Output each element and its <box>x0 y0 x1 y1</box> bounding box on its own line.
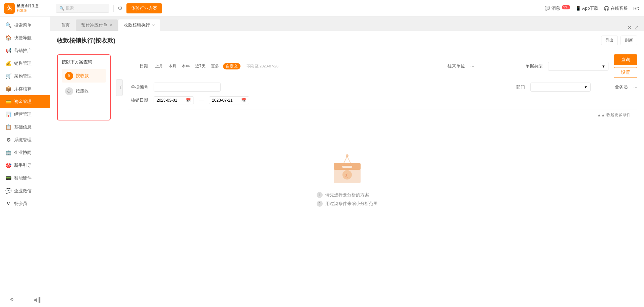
collection-icon: ¥ <box>65 72 73 80</box>
topbar-gear-icon[interactable]: ⚙ <box>118 5 122 11</box>
department-select[interactable]: ▾ <box>530 83 591 92</box>
basic-info-icon: 📋 <box>5 124 11 130</box>
sidebar-item-marketing[interactable]: 📢 营销推广 <box>0 44 50 57</box>
date-this-month[interactable]: 本月 <box>167 63 178 70</box>
tab-collection-close[interactable]: ✕ <box>152 23 155 28</box>
query-btn[interactable]: 查询 <box>614 54 637 65</box>
filter-row-3: 核销日期 2023-03-01 📅 — 2023-07-21 📅 <box>128 96 637 104</box>
collapse-filter-btn[interactable]: 《 <box>116 79 123 96</box>
receivable-icon: ⏱ <box>65 87 73 95</box>
setting-btn[interactable]: 设置 <box>614 67 637 78</box>
bill-number-input[interactable] <box>154 83 221 92</box>
topbar-search-placeholder: 搜索 <box>66 5 74 11</box>
page-actions: 导出 刷新 <box>601 36 637 45</box>
sidebar-item-search[interactable]: 🔍 搜索菜单 <box>0 19 50 32</box>
tab-collection[interactable]: 收款核销执行 ✕ <box>118 19 160 31</box>
marketing-icon: 📢 <box>5 48 11 54</box>
collapse-sidebar-btn[interactable]: ◀▐ <box>31 295 42 304</box>
calendar-icon: 📅 <box>186 98 191 103</box>
sidebar-item-finance[interactable]: 💳 资金管理 <box>0 95 50 108</box>
svg-point-7 <box>346 154 348 157</box>
sidebar: 兔 畅捷通好生意 标准版 🔍 搜索菜单 🏠 快捷导航 📢 营销推广 💰 销售管理… <box>0 0 50 307</box>
sidebar-item-enterprise[interactable]: 🏢 企业协同 <box>0 146 50 159</box>
main-area: 🔍 搜索 ⚙ 体验行业方案 💬 消息 99+ 📱 App下载 🎧 在线客服 Ri… <box>50 0 644 307</box>
page-content: 收款核销执行(按收款) 导出 刷新 按以下方案查询 ¥ 按收款 ⏱ <box>50 31 644 307</box>
export-btn[interactable]: 导出 <box>601 36 618 45</box>
sidebar-bottom: ⚙ ◀▐ <box>0 292 50 307</box>
message-badge: 99+ <box>562 5 570 9</box>
date-custom-badge[interactable]: 自定义 <box>223 63 240 69</box>
inventory-icon: 📦 <box>5 86 11 92</box>
date-7days[interactable]: 近7天 <box>194 63 207 70</box>
collapse-chevron-up: ▲▲ <box>597 113 605 117</box>
logo-sub: 标准版 <box>17 8 39 13</box>
topbar-divider <box>113 5 114 12</box>
verify-date-start-input[interactable]: 2023-03-01 📅 <box>154 96 194 104</box>
filter-sidebar: 按以下方案查询 ¥ 按收款 ⏱ 按应收 <box>57 54 111 120</box>
tab-prepay[interactable]: 预付冲应付单 ✕ <box>76 19 118 31</box>
sales-icon: 💰 <box>5 60 11 66</box>
filter-row-2: 单据编号 部门 ▾ 业务员 ··· <box>128 83 637 92</box>
page-inner: 收款核销执行(按收款) 导出 刷新 按以下方案查询 ¥ 按收款 ⏱ <box>50 31 644 307</box>
close-tab-icon[interactable]: ✕ <box>627 24 632 31</box>
user-name[interactable]: Rit <box>633 6 639 11</box>
purchase-icon: 🛒 <box>5 73 11 79</box>
date-shortcut-group: 上月 本月 本年 近7天 更多 自定义 不限 至 2023-07-26 <box>154 63 278 70</box>
app-download-btn[interactable]: 📱 App下载 <box>576 5 598 11</box>
sidebar-menu: 🔍 搜索菜单 🏠 快捷导航 📢 营销推广 💰 销售管理 🛒 采购管理 📦 库存核… <box>0 17 50 292</box>
collapse-more-area: ▲▲ 收起更多条件 <box>128 109 637 120</box>
refresh-btn[interactable]: 刷新 <box>621 36 637 45</box>
online-service-btn[interactable]: 🎧 在线客服 <box>604 5 628 11</box>
topbar: 🔍 搜索 ⚙ 体验行业方案 💬 消息 99+ 📱 App下载 🎧 在线客服 Ri… <box>50 0 644 17</box>
collapse-more-btn[interactable]: ▲▲ 收起更多条件 <box>597 112 631 118</box>
settings-bottom-btn[interactable]: ⚙ <box>8 295 16 304</box>
maximize-icon[interactable]: ⤢ <box>634 24 639 31</box>
filter-by-collection[interactable]: ¥ 按收款 <box>62 69 106 83</box>
trial-industry-btn[interactable]: 体验行业方案 <box>126 3 162 13</box>
date-last-month[interactable]: 上月 <box>154 63 164 70</box>
empty-tip-1: 1 请先选择要分析的方案 <box>317 192 378 198</box>
logo-text: 畅捷通好生意 <box>17 3 39 8</box>
search-menu-icon: 🔍 <box>5 22 11 28</box>
sidebar-item-wechat[interactable]: 💬 企业微信 <box>0 185 50 197</box>
hardware-icon: 📟 <box>5 175 11 181</box>
sidebar-item-management[interactable]: 📊 经营管理 <box>0 108 50 121</box>
sidebar-item-sales[interactable]: 💰 销售管理 <box>0 57 50 70</box>
tab-prepay-close[interactable]: ✕ <box>109 23 112 28</box>
filter-area: 按以下方案查询 ¥ 按收款 ⏱ 按应收 《 日期 <box>50 49 644 126</box>
sidebar-item-hardware[interactable]: 📟 智能硬件 <box>0 172 50 185</box>
message-btn[interactable]: 💬 消息 99+ <box>545 5 570 11</box>
topbar-search[interactable]: 🔍 搜索 <box>56 4 109 13</box>
sidebar-item-guide[interactable]: 🎯 新手引导 <box>0 159 50 172</box>
sidebar-item-inventory[interactable]: 📦 库存核算 <box>0 83 50 95</box>
date-more[interactable]: 更多 <box>210 63 220 70</box>
sidebar-item-purchase[interactable]: 🛒 采购管理 <box>0 70 50 83</box>
management-icon: 📊 <box>5 111 11 117</box>
finance-icon: 💳 <box>5 99 11 105</box>
calendar-icon-end: 📅 <box>241 98 246 103</box>
wechat-icon: 💬 <box>5 188 11 194</box>
empty-tip-2: 2 用过滤条件来缩小分析范围 <box>317 201 378 207</box>
tab-home[interactable]: 首页 <box>56 19 75 31</box>
verify-date-label: 核销日期 <box>128 97 148 103</box>
tabbar: 首页 预付冲应付单 ✕ 收款核销执行 ✕ ✕ ⤢ <box>50 17 644 31</box>
counterpart-dots: ··· <box>470 63 474 69</box>
svg-rect-2 <box>342 166 352 168</box>
empty-tips: 1 请先选择要分析的方案 2 用过滤条件来缩小分析范围 <box>317 192 378 207</box>
verify-date-end-input[interactable]: 2023-07-21 📅 <box>209 96 249 104</box>
counterpart-label: 往来单位 <box>447 63 465 69</box>
page-title: 收款核销执行(按收款) <box>57 37 115 45</box>
svg-line-5 <box>344 156 347 163</box>
logo-icon: 兔 <box>4 3 15 14</box>
sidebar-item-basic-info[interactable]: 📋 基础信息 <box>0 121 50 134</box>
date-this-year[interactable]: 本年 <box>180 63 191 70</box>
system-icon: ⚙ <box>5 137 11 143</box>
bill-type-select[interactable]: ▾ <box>548 62 608 71</box>
sidebar-item-system[interactable]: ⚙ 系统管理 <box>0 134 50 146</box>
sidebar-item-member[interactable]: V 畅会员 <box>0 197 50 210</box>
sidebar-item-quick-nav[interactable]: 🏠 快捷导航 <box>0 32 50 44</box>
date-dash: — <box>199 98 204 103</box>
filter-by-receivable[interactable]: ⏱ 按应收 <box>62 85 106 98</box>
empty-state: :( 1 请先选择要分析的方案 2 用过滤条件来缩小分析范围 <box>50 126 644 234</box>
date-label: 日期 <box>128 63 148 69</box>
